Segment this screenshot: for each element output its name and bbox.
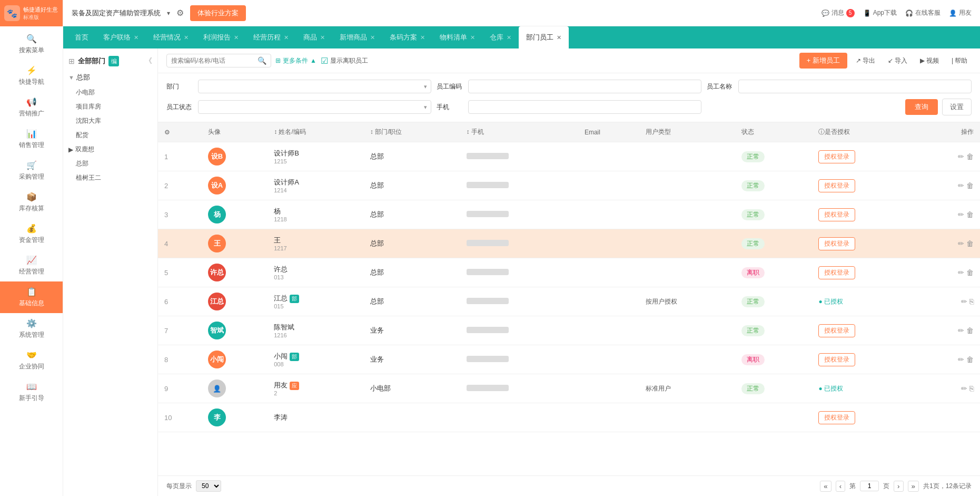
next-page-button[interactable]: ›	[894, 481, 903, 492]
auth-login-button[interactable]: 授权登录	[818, 179, 855, 192]
tab-close-bom[interactable]: ✕	[470, 34, 475, 41]
reset-button[interactable]: 设置	[942, 99, 972, 115]
delete-icon[interactable]: 🗑	[966, 152, 974, 161]
edit-icon[interactable]: ✏	[958, 210, 964, 219]
dept-child-distribution[interactable]: 配货	[63, 128, 157, 142]
edit-icon[interactable]: ✏	[958, 181, 964, 190]
copy-icon[interactable]: ⎘	[969, 384, 974, 393]
delete-icon[interactable]: 🗑	[966, 326, 974, 335]
emp-code-input[interactable]	[468, 80, 701, 93]
delete-icon[interactable]: 🗑	[966, 181, 974, 190]
more-filter-button[interactable]: ⊞ 更多条件 ▲	[275, 56, 316, 65]
tab-history[interactable]: 经营历程✕	[246, 26, 296, 48]
tab-close-history[interactable]: ✕	[284, 34, 289, 41]
last-page-button[interactable]: »	[908, 481, 919, 492]
sidebar-item-finance[interactable]: 💰 资金管理	[0, 218, 63, 250]
status-select[interactable]	[198, 100, 431, 114]
dept-child-zhishu[interactable]: 植树王二	[63, 171, 157, 185]
sidebar-item-search[interactable]: 🔍 搜索菜单	[0, 28, 63, 60]
sidebar-item-basic[interactable]: 📋 基础信息	[0, 281, 63, 313]
title-dropdown[interactable]: ▾	[167, 9, 170, 17]
tab-close-warehouse[interactable]: ✕	[507, 34, 511, 41]
delete-icon[interactable]: 🗑	[966, 355, 974, 364]
dept-parent-head[interactable]: ▼ 总部	[63, 70, 157, 85]
copy-icon[interactable]: ⎘	[969, 297, 974, 306]
tab-close-goods[interactable]: ✕	[320, 34, 325, 41]
dept-select[interactable]	[198, 80, 431, 93]
tab-close-operation[interactable]: ✕	[184, 34, 189, 41]
query-button[interactable]: 查询	[905, 99, 938, 115]
edit-icon[interactable]: ✏	[958, 239, 964, 248]
per-page-select[interactable]: 50	[196, 480, 221, 492]
tab-close-add-goods[interactable]: ✕	[370, 34, 375, 41]
tab-department[interactable]: 部门员工✕	[519, 26, 569, 48]
dept-child-shenyang[interactable]: 沈阳大库	[63, 114, 157, 128]
auth-login-button[interactable]: 授权登录	[818, 237, 855, 250]
delete-icon[interactable]: 🗑	[966, 268, 974, 277]
auth-login-button[interactable]: 授权登录	[818, 208, 855, 221]
export-button[interactable]: ↗ 导出	[852, 54, 879, 67]
tab-profit[interactable]: 利润报告✕	[196, 26, 246, 48]
dept-child-project[interactable]: 项目库房	[63, 100, 157, 114]
edit-icon[interactable]: ✏	[961, 297, 967, 306]
edit-icon[interactable]: ✏	[958, 326, 964, 335]
prev-page-button[interactable]: ‹	[836, 481, 845, 492]
page-input[interactable]	[860, 481, 879, 491]
sidebar-item-marketing[interactable]: 📢 营销推广	[0, 92, 63, 123]
auth-login-button[interactable]: 授权登录	[818, 150, 855, 163]
tab-goods[interactable]: 商品✕	[296, 26, 332, 48]
video-button[interactable]: ▶ 视频	[916, 54, 943, 67]
dept-child-xdpt[interactable]: 小电部	[63, 85, 157, 100]
sidebar-item-inventory[interactable]: 📦 库存核算	[0, 187, 63, 218]
col-name[interactable]: ↕ 姓名/编码	[268, 122, 364, 142]
sidebar-item-system[interactable]: ⚙️ 系统管理	[0, 313, 63, 345]
auth-login-button[interactable]: 授权登录	[818, 266, 855, 279]
auth-login-button[interactable]: 授权登录	[818, 411, 855, 424]
delete-icon[interactable]: 🗑	[966, 239, 974, 248]
sidebar-item-shortcut[interactable]: ⚡ 快捷导航	[0, 60, 63, 92]
sidebar-item-purchase[interactable]: 🛒 采购管理	[0, 155, 63, 187]
col-phone[interactable]: ↕ 手机	[460, 122, 578, 142]
auth-login-button[interactable]: 授权登录	[818, 324, 855, 337]
tab-operation[interactable]: 经营情况✕	[146, 26, 196, 48]
dept-edit-icon[interactable]: 编	[108, 56, 119, 66]
sidebar-item-sales[interactable]: 📊 销售管理	[0, 123, 63, 155]
edit-icon[interactable]: ✏	[958, 152, 964, 161]
tab-close-customer[interactable]: ✕	[134, 34, 138, 41]
edit-icon[interactable]: ✏	[958, 355, 964, 364]
plan-button[interactable]: 体验行业方案	[190, 5, 246, 21]
app-download-button[interactable]: 📱 App下载	[863, 8, 897, 17]
edit-icon[interactable]: ✏	[958, 268, 964, 277]
auth-login-button[interactable]: 授权登录	[818, 353, 855, 366]
delete-icon[interactable]: 🗑	[966, 210, 974, 219]
dept-child-head[interactable]: 总部	[63, 157, 157, 171]
import-button[interactable]: ↙ 导入	[884, 54, 912, 67]
phone-filter-input[interactable]	[468, 100, 701, 114]
first-page-button[interactable]: «	[820, 481, 831, 492]
sidebar-item-operation[interactable]: 📈 经营管理	[0, 250, 63, 281]
col-settings[interactable]: ⚙	[158, 122, 202, 142]
emp-name-input[interactable]	[738, 80, 972, 93]
user-menu[interactable]: 👤 用友	[949, 8, 972, 17]
settings-icon[interactable]: ⚙	[176, 8, 184, 18]
edit-icon[interactable]: ✏	[961, 384, 967, 393]
dept-expand-shuanglu[interactable]: ▶ 双鹿想	[63, 142, 157, 157]
tab-customer[interactable]: 客户联络✕	[96, 26, 146, 48]
tab-close-profit[interactable]: ✕	[234, 34, 239, 41]
tab-close-barcode[interactable]: ✕	[420, 34, 425, 41]
tab-home[interactable]: 首页	[67, 26, 96, 48]
show-resigned-toggle[interactable]: ☑ 显示离职员工	[321, 56, 368, 66]
collapse-icon[interactable]: 《	[145, 56, 152, 66]
sidebar-item-guide[interactable]: 📖 新手引导	[0, 376, 63, 408]
online-support-button[interactable]: 🎧 在线客服	[905, 8, 941, 17]
add-employee-button[interactable]: + 新增员工	[799, 53, 847, 69]
tab-warehouse[interactable]: 仓库✕	[482, 26, 519, 48]
col-dept[interactable]: ↕ 部门/职位	[364, 122, 460, 142]
message-button[interactable]: 💬 消息 5	[821, 8, 855, 17]
search-input[interactable]	[171, 57, 255, 64]
sidebar-item-collab[interactable]: 🤝 企业协同	[0, 345, 63, 376]
tab-add-goods[interactable]: 新增商品✕	[332, 26, 382, 48]
help-button[interactable]: | 帮助	[947, 54, 972, 67]
tab-close-department[interactable]: ✕	[557, 34, 561, 41]
tab-bom[interactable]: 物料清单✕	[432, 26, 482, 48]
